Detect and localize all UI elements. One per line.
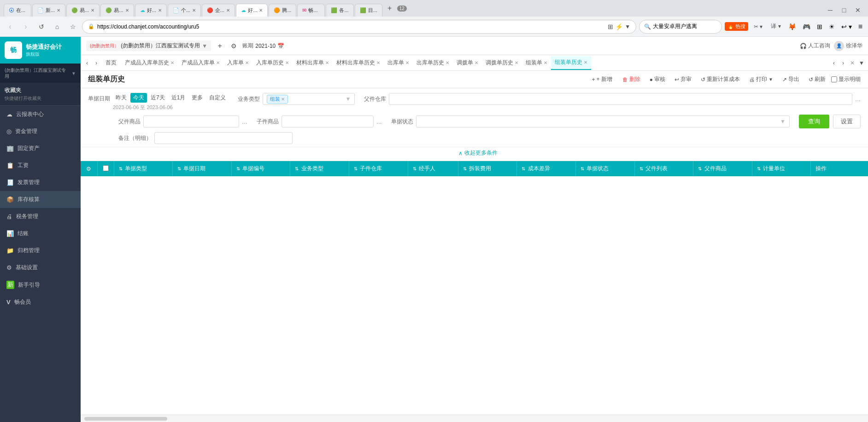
bookmark-button[interactable]: ☆ <box>66 20 79 33</box>
tab-close-mat-out-hist[interactable]: ✕ <box>376 60 380 65</box>
game-button[interactable]: 🎮 <box>801 23 812 30</box>
table-settings-icon[interactable]: ⚙ <box>86 166 91 172</box>
parent-goods-more[interactable]: ... <box>242 118 247 125</box>
browser-tab-9[interactable]: 🟠 腾... <box>269 4 296 17</box>
browser-tab-8[interactable]: ☁ 好... ✕ <box>236 4 268 17</box>
status-dropdown-icon[interactable]: ▼ <box>780 118 786 125</box>
tab-nav-right[interactable]: › <box>92 58 101 69</box>
app-tab-in-order[interactable]: 入库单 ✕ <box>223 56 252 70</box>
reload-button[interactable]: ↺ <box>35 20 48 33</box>
browser-tab-3[interactable]: 🟢 易... ✕ <box>66 4 100 17</box>
sidebar-item-settings[interactable]: ⚙ 基础设置 <box>0 259 81 276</box>
tab-close-out[interactable]: ✕ <box>405 60 409 65</box>
tab-close-8[interactable]: ✕ <box>259 8 263 13</box>
app-tab-kit[interactable]: 组装单 ✕ <box>522 56 551 70</box>
minimize-button[interactable]: ─ <box>824 4 837 17</box>
calendar-icon[interactable]: 📅 <box>277 43 284 49</box>
sidebar-company[interactable]: (勿删勿禁用）江西服宝测试专用 ▼ <box>0 64 81 83</box>
sidebar-item-inventory[interactable]: 📦 库存核算 <box>0 191 81 208</box>
search-box[interactable]: 🔍 大量安卓用户逃离 <box>639 20 722 34</box>
sidebar-item-settle[interactable]: 📊 结账 <box>0 225 81 242</box>
tab-nav-left[interactable]: ‹ <box>82 58 92 69</box>
app-tab-kit-hist[interactable]: 组装单历史 ✕ <box>551 56 591 70</box>
app-tab-prod-in[interactable]: 产成品入库单 ✕ <box>178 56 223 70</box>
tab-close-2[interactable]: ✕ <box>57 8 60 13</box>
parent-warehouse-field[interactable] <box>389 93 852 105</box>
tab-close-6[interactable]: ✕ <box>192 8 196 13</box>
emoji-button[interactable]: 🦊 <box>786 23 798 30</box>
tab-close-assemble[interactable]: ✕ <box>475 60 478 65</box>
tab-close-kit-hist[interactable]: ✕ <box>584 60 587 65</box>
sidebar-item-assets[interactable]: 🏢 固定资产 <box>0 140 81 157</box>
tab-close-kit[interactable]: ✕ <box>544 60 547 65</box>
parent-goods-field[interactable] <box>143 116 239 127</box>
audit-button[interactable]: ● 审核 <box>646 74 669 85</box>
th-parent-list[interactable]: ⇅ 父件列表 <box>634 161 693 176</box>
print-dropdown-icon[interactable]: ▼ <box>768 77 773 82</box>
hot-badge[interactable]: 🔥 热搜 <box>725 22 748 31</box>
lightning-icon[interactable]: ⚡ <box>615 23 623 30</box>
sidebar-item-archive[interactable]: 📁 归档管理 <box>0 242 81 259</box>
app-tab-out-hist[interactable]: 出库单历史 ✕ <box>413 56 453 70</box>
app-tab-mat-out[interactable]: 材料出库单 ✕ <box>293 56 333 70</box>
sidebar-favorites[interactable]: 收藏夹 快捷键打开收藏夹 <box>0 83 81 106</box>
biz-type-field[interactable]: 组装 ✕ ▼ <box>263 93 355 105</box>
sun-button[interactable]: ☀ <box>827 23 837 30</box>
abandon-button[interactable]: ↩ 弃审 <box>671 74 695 85</box>
tab-close-in-order[interactable]: ✕ <box>245 60 249 65</box>
app-tab-prod-in-hist[interactable]: 产成品入库单历史 ✕ <box>121 56 178 70</box>
today-btn[interactable]: 今天 <box>130 93 147 103</box>
th-unit[interactable]: ⇅ 计量单位 <box>752 161 811 176</box>
app-tab-mat-out-hist[interactable]: 材料出库单历史 ✕ <box>333 56 384 70</box>
th-order-no[interactable]: ⇅ 单据编号 <box>231 161 290 176</box>
grid-button[interactable]: ⊞ <box>815 23 824 30</box>
tab-close-out-hist[interactable]: ✕ <box>446 60 449 65</box>
tab-scroll-left[interactable]: ‹ <box>829 58 839 69</box>
browser-tab-11[interactable]: 🟩 各... <box>326 4 353 17</box>
app-tab-assemble[interactable]: 调拨单 ✕ <box>453 56 482 70</box>
sidebar-item-report[interactable]: ☁ 云报表中心 <box>0 106 81 123</box>
tab-menu[interactable]: ▼ <box>857 58 866 69</box>
app-tab-home[interactable]: 首页 <box>101 56 121 70</box>
biz-type-dropdown-icon[interactable]: ▼ <box>345 96 351 102</box>
browser-tab-4[interactable]: 🟢 易... ✕ <box>100 4 134 17</box>
tag-close-biz-type[interactable]: ✕ <box>281 97 285 102</box>
tab-close-assemble-hist[interactable]: ✕ <box>515 60 518 65</box>
browser-tab-10[interactable]: ✉ 畅... <box>297 4 325 17</box>
th-child-warehouse[interactable]: ⇅ 子件仓库 <box>349 161 408 176</box>
th-settings[interactable]: ⚙ <box>81 161 97 176</box>
tab-close-7[interactable]: ✕ <box>226 8 230 13</box>
sidebar-item-salary[interactable]: 📋 工资 <box>0 157 81 174</box>
company-settings-button[interactable]: ⚙ <box>229 41 239 51</box>
th-order-date[interactable]: ⇅ 单据日期 <box>173 161 232 176</box>
th-biz-type[interactable]: ⇅ 业务类型 <box>290 161 349 176</box>
sidebar-item-tax[interactable]: 🖨 税务管理 <box>0 208 81 225</box>
set-button[interactable]: 设置 <box>833 115 861 128</box>
dropdown-icon[interactable]: ▼ <box>625 23 630 30</box>
browser-tab-1[interactable]: ⦿ 在... <box>4 4 31 17</box>
browser-tab-12[interactable]: 🟩 目... <box>355 4 382 17</box>
th-checkbox[interactable] <box>97 161 114 176</box>
add-company-button[interactable]: + <box>215 41 225 51</box>
app-tab-out[interactable]: 出库单 ✕ <box>384 56 413 70</box>
tab-close-prod-in[interactable]: ✕ <box>216 60 220 65</box>
browser-tab-5[interactable]: ☁ 好... ✕ <box>135 4 167 17</box>
company-selector[interactable]: (勿删勿禁用） (勿删勿禁用）江西服宝测试专用 ▼ <box>86 40 211 51</box>
address-bar[interactable]: 🔒 https://cloud.chanjet.com/accounting/u… <box>82 20 636 34</box>
home-button[interactable]: ⌂ <box>51 20 64 33</box>
custom-date-btn[interactable]: 自定义 <box>206 93 229 103</box>
forward-button[interactable]: › <box>19 20 32 33</box>
refresh-button[interactable]: ↺ 刷新 <box>805 74 829 85</box>
yesterday-btn[interactable]: 昨天 <box>113 93 129 103</box>
user-info[interactable]: 👤 徐泽华 <box>834 41 862 51</box>
tab-close-prod-in-hist[interactable]: ✕ <box>170 60 174 65</box>
delete-button[interactable]: 🗑 删除 <box>619 74 644 85</box>
tab-close-3[interactable]: ✕ <box>91 8 94 13</box>
collapse-btn[interactable]: ∧ 收起更多条件 <box>81 147 868 159</box>
th-order-status[interactable]: ⇅ 单据状态 <box>575 161 634 176</box>
tab-scroll-right[interactable]: › <box>839 58 848 69</box>
app-tab-assemble-hist[interactable]: 调拨单历史 ✕ <box>482 56 522 70</box>
export-button[interactable]: ↗ 导出 <box>779 74 803 85</box>
add-button[interactable]: + + 新增 <box>587 74 616 85</box>
th-handler[interactable]: ⇅ 经手人 <box>408 161 458 176</box>
